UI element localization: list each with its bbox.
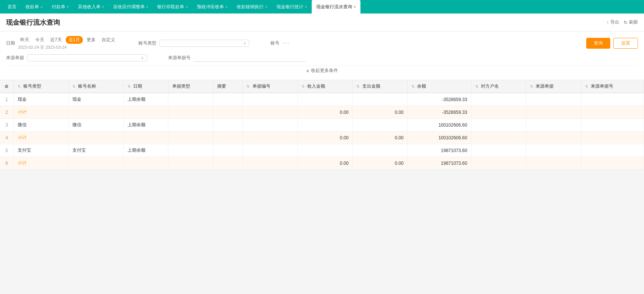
source-doc-select[interactable]: ∨ bbox=[27, 54, 147, 61]
cell-income bbox=[297, 119, 353, 131]
date-range: 2023-02-24 至 2023-03-24 bbox=[18, 45, 117, 50]
cell-source-doc-no bbox=[581, 93, 644, 106]
sort-icon-account-type: ⇅ bbox=[18, 84, 21, 88]
source-doc-chevron-icon: ∨ bbox=[141, 56, 144, 60]
cell-balance: -3528659.33 bbox=[407, 93, 471, 106]
cell-balance: 19871073.60 bbox=[407, 157, 471, 170]
cell-doc-type bbox=[168, 119, 213, 131]
col-account-type[interactable]: ⇅ 账号类型 bbox=[14, 80, 69, 93]
date-opt-more[interactable]: 更多 bbox=[84, 36, 98, 44]
cell-counterpart bbox=[471, 93, 526, 106]
date-options: 昨天 今天 近7天 近1月 更多 自定义 bbox=[18, 36, 117, 44]
col-account-name[interactable]: ⇅ 账号名称 bbox=[69, 80, 124, 93]
cell-date: 上期余额 bbox=[123, 119, 168, 131]
cell-account-name bbox=[69, 106, 124, 119]
col-income[interactable]: ⇅ 收入金额 bbox=[297, 80, 353, 93]
cell-account-type: 小计 bbox=[14, 157, 69, 170]
nav-tab-prepaid[interactable]: 预收冲应收单 × bbox=[192, 0, 232, 13]
table-body: 1现金现金上期余额-3528659.332小计0.000.00-3528659.… bbox=[0, 93, 644, 170]
nav-close-bank-deposit[interactable]: × bbox=[186, 5, 188, 9]
cell-account-name: 微信 bbox=[69, 119, 124, 131]
cell-row-num: 6 bbox=[0, 157, 14, 170]
nav-tab-bank-stats[interactable]: 现金银行统计 × bbox=[272, 0, 312, 13]
sort-icon-expense: ⇅ bbox=[356, 84, 359, 88]
cell-row-num: 2 bbox=[0, 106, 14, 119]
filter-area: 日期 昨天 今天 近7天 近1月 更多 自定义 2023-02-24 至 202… bbox=[0, 31, 644, 80]
nav-tab-other-income[interactable]: 其他收入单 × bbox=[74, 0, 109, 13]
nav-close-fukuan[interactable]: × bbox=[67, 5, 69, 9]
nav-tab-bank-flow[interactable]: 现金银行流水查询 × bbox=[312, 0, 360, 13]
cell-expense: 0.00 bbox=[353, 131, 408, 144]
date-opt-7days[interactable]: 近7天 bbox=[48, 36, 64, 44]
table-row[interactable]: 5支付宝支付宝上期余额19871073.60 bbox=[0, 144, 644, 157]
cell-row-num: 5 bbox=[0, 144, 14, 157]
table-row[interactable]: 1现金现金上期余额-3528659.33 bbox=[0, 93, 644, 106]
col-settings[interactable]: ⚙ bbox=[0, 80, 14, 93]
refresh-button[interactable]: ↻ 刷新 bbox=[624, 19, 638, 25]
cell-summary bbox=[213, 93, 243, 106]
date-opt-custom[interactable]: 自定义 bbox=[99, 36, 117, 44]
cell-balance: 100102606.60 bbox=[407, 131, 471, 144]
nav-tab-collection[interactable]: 收款核销执行 × bbox=[232, 0, 272, 13]
table-row[interactable]: 6小计0.000.0019871073.60 bbox=[0, 157, 644, 170]
cell-source-doc bbox=[526, 93, 581, 106]
nav-close-other-income[interactable]: × bbox=[102, 5, 104, 9]
cell-account-type: 现金 bbox=[14, 93, 69, 106]
cell-source-doc bbox=[526, 144, 581, 157]
col-source-doc-no[interactable]: ⇅ 来源单据号 bbox=[581, 80, 644, 93]
filter-row-1: 日期 昨天 今天 近7天 近1月 更多 自定义 2023-02-24 至 202… bbox=[6, 36, 638, 50]
cell-source-doc-no bbox=[581, 157, 644, 170]
cell-expense: 0.00 bbox=[353, 106, 408, 119]
date-opt-yesterday[interactable]: 昨天 bbox=[18, 36, 32, 44]
nav-close-adjustment[interactable]: × bbox=[146, 5, 149, 9]
nav-close-bank-flow[interactable]: × bbox=[354, 5, 356, 9]
nav-tab-bank-deposit[interactable]: 银行存取款单 × bbox=[153, 0, 192, 13]
nav-tab-adjustment[interactable]: 应收应付调整单 × bbox=[109, 0, 153, 13]
col-balance[interactable]: ⇅ 余额 bbox=[407, 80, 471, 93]
date-opt-today[interactable]: 今天 bbox=[33, 36, 47, 44]
col-source-doc[interactable]: ⇅ 来源单据 bbox=[526, 80, 581, 93]
nav-close-shoukuan[interactable]: × bbox=[41, 5, 43, 9]
cell-date bbox=[123, 157, 168, 170]
top-nav: 首页 收款单 × 付款单 × 其他收入单 × 应收应付调整单 × 银行存取款单 … bbox=[0, 0, 644, 13]
date-opt-1month[interactable]: 近1月 bbox=[66, 36, 83, 44]
cell-date bbox=[123, 131, 168, 144]
filter-row-2: 来源单据 ∨ 来源单据号 bbox=[6, 54, 638, 62]
account-ellipsis-button[interactable]: ··· bbox=[282, 40, 290, 46]
nav-close-prepaid[interactable]: × bbox=[225, 5, 228, 9]
refresh-icon: ↻ bbox=[624, 20, 627, 25]
collapse-label: 收起更多条件 bbox=[311, 67, 338, 74]
cell-account-name bbox=[69, 131, 124, 144]
table-row[interactable]: 2小计0.000.00-3528659.33 bbox=[0, 106, 644, 119]
source-doc-no-input[interactable] bbox=[194, 54, 306, 62]
cell-counterpart bbox=[471, 131, 526, 144]
nav-tab-fukuan[interactable]: 付款单 × bbox=[47, 0, 74, 13]
cell-row-num: 3 bbox=[0, 119, 14, 131]
export-button[interactable]: ↑ 导出 bbox=[606, 19, 619, 25]
cell-row-num: 1 bbox=[0, 93, 14, 106]
nav-home[interactable]: 首页 bbox=[3, 0, 21, 13]
table-row[interactable]: 3微信微信上期余额100102606.60 bbox=[0, 119, 644, 131]
source-doc-no-filter-group: 来源单据号 bbox=[168, 54, 306, 62]
data-table: ⚙ ⇅ 账号类型 ⇅ 账号名称 ⇅ 日期 单据类型 摘要 bbox=[0, 80, 644, 170]
sort-icon-doc-no: ⇅ bbox=[246, 84, 249, 88]
col-doc-no[interactable]: ⇅ 单据编号 bbox=[243, 80, 298, 93]
collapse-bar[interactable]: ∧ 收起更多条件 bbox=[6, 66, 638, 75]
cell-income bbox=[297, 93, 353, 106]
cell-row-num: 4 bbox=[0, 131, 14, 144]
cell-doc-type bbox=[168, 131, 213, 144]
col-expense[interactable]: ⇅ 支出金额 bbox=[353, 80, 408, 93]
nav-close-bank-stats[interactable]: × bbox=[305, 5, 307, 9]
nav-tab-shoukuan[interactable]: 收款单 × bbox=[21, 0, 47, 13]
account-type-select[interactable]: ∨ bbox=[159, 40, 249, 47]
cell-income: 0.00 bbox=[297, 106, 353, 119]
cell-source-doc bbox=[526, 157, 581, 170]
setting-button[interactable]: 设置 bbox=[613, 38, 638, 49]
cell-date: 上期余额 bbox=[123, 93, 168, 106]
col-counterpart[interactable]: ⇅ 对方户名 bbox=[471, 80, 526, 93]
sort-icon-counterpart: ⇅ bbox=[475, 84, 478, 88]
col-date[interactable]: ⇅ 日期 bbox=[123, 80, 168, 93]
query-button[interactable]: 查询 bbox=[586, 38, 610, 49]
nav-close-collection[interactable]: × bbox=[265, 5, 267, 9]
table-row[interactable]: 4小计0.000.00100102606.60 bbox=[0, 131, 644, 144]
